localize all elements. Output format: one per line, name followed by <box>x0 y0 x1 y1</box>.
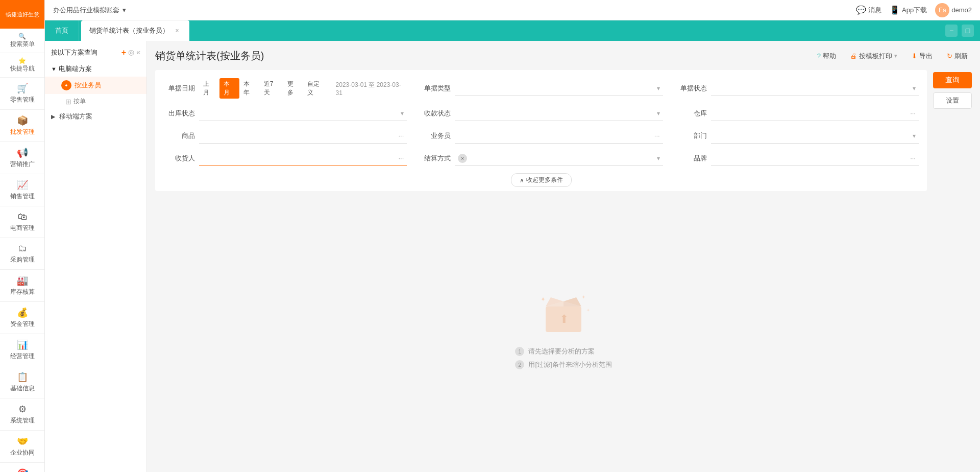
sidebar-marketing-label: 营销推广 <box>10 160 35 169</box>
date-range-text: 2023-03-01 至 2023-03-31 <box>336 81 407 97</box>
page-title-row: 销货单统计表(按业务员) ? 帮助 🖨 按模板打印 ▾ ⬇ 导出 <box>155 49 972 63</box>
pay-method-clear-btn[interactable]: × <box>458 154 467 163</box>
sidebar-item-purchase[interactable]: 🗂 采购管理 <box>0 238 44 270</box>
pay-method-select[interactable]: × ▾ <box>455 151 663 166</box>
pay-status-select[interactable]: ▾ <box>455 106 663 121</box>
app-download-btn[interactable]: 📱 App下载 <box>890 5 927 15</box>
goods-input[interactable]: ··· <box>199 128 407 144</box>
brand-input[interactable]: ··· <box>711 151 919 166</box>
warehouse-more-btn[interactable]: ··· <box>910 109 916 117</box>
goods-more-btn[interactable]: ··· <box>398 132 404 139</box>
refresh-btn[interactable]: ↻ 刷新 <box>943 50 972 63</box>
date-tab-this-month[interactable]: 本月 <box>219 78 240 99</box>
date-tab-this-year[interactable]: 本年 <box>239 78 260 99</box>
content-area: 按以下方案查询 + ◎ « ▼ 电脑端方案 ● 按业务员 <box>45 41 980 472</box>
pay-method-arrow-icon: ▾ <box>657 155 660 162</box>
tab-close-icon[interactable]: × <box>173 27 181 35</box>
sidebar-item-enterprise[interactable]: 🤝 企业协同 <box>0 431 44 463</box>
sidebar-system-label: 系统管理 <box>10 416 35 425</box>
date-tab-more[interactable]: 更多 <box>283 78 304 99</box>
warehouse-input[interactable]: ··· <box>711 106 919 121</box>
collapse-btn[interactable]: ∧ 收起更多条件 <box>511 173 572 187</box>
doc-type-select[interactable]: ▾ <box>455 81 663 96</box>
sidebar-quicknav-section[interactable]: ⭐ 快捷导航 <box>0 53 44 78</box>
help-label: 帮助 <box>823 52 836 61</box>
filter-col-brand: 品牌 ··· <box>675 151 919 166</box>
logo-text: 畅捷通好生意 <box>6 11 39 18</box>
sidebar-search-section[interactable]: 🔍 搜索菜单 <box>0 29 44 53</box>
message-btn[interactable]: 💬 消息 <box>856 5 881 15</box>
mobile-plan-group[interactable]: ▶ 移动端方案 <box>45 109 146 124</box>
maximize-icon: □ <box>966 27 970 35</box>
doc-status-select[interactable]: ▾ <box>711 81 919 96</box>
empty-icon: ⬆ ✦ ✦ ✦ <box>533 286 594 339</box>
salesman-input[interactable]: ··· <box>455 128 663 144</box>
tab-current[interactable]: 销货单统计表（按业务员） × <box>81 20 189 41</box>
add-plan-btn[interactable]: + <box>121 48 126 57</box>
sidebar-item-sales[interactable]: 📈 销售管理 <box>0 174 44 206</box>
pc-plan-group-header[interactable]: ▼ 电脑端方案 <box>45 61 146 77</box>
tab-current-label: 销货单统计表（按业务员） <box>89 26 169 35</box>
doc-type-label: 单据类型 <box>419 84 455 93</box>
sidebar-item-marketing[interactable]: 📢 营销推广 <box>0 142 44 174</box>
filter-col-dept: 部门 ▾ <box>675 128 919 144</box>
plan-item-salesman[interactable]: ● 按业务员 <box>45 77 146 94</box>
help-btn[interactable]: ? 帮助 <box>813 50 840 63</box>
purchase-icon: 🗂 <box>18 243 27 254</box>
minimize-icon: − <box>949 27 953 35</box>
pc-plan-group: ▼ 电脑端方案 ● 按业务员 ⊞ 按单 <box>45 61 146 109</box>
out-status-label: 出库状态 <box>163 109 199 118</box>
tab-home[interactable]: 首页 <box>45 20 79 41</box>
dept-label: 部门 <box>675 131 711 140</box>
sidebar-item-inventory[interactable]: 🏭 库存核算 <box>0 270 44 302</box>
out-status-select[interactable]: ▾ <box>199 106 407 121</box>
sidebar-item-system[interactable]: ⚙ 系统管理 <box>0 398 44 431</box>
sidebar-item-retail[interactable]: 🛒 零售管理 <box>0 78 44 110</box>
setting-btn[interactable]: 设置 <box>933 92 972 109</box>
print-btn[interactable]: 🖨 按模板打印 ▾ <box>846 50 901 63</box>
print-arrow-icon: ▾ <box>894 53 897 59</box>
export-label: 导出 <box>919 52 933 61</box>
breadcrumb-arrow-icon[interactable]: ▾ <box>122 6 126 14</box>
plan-dot-icon: ● <box>61 80 71 90</box>
sidebar-item-wholesale[interactable]: 📦 批发管理 <box>0 110 44 142</box>
sub-item-by-order[interactable]: ⊞ 按单 <box>45 94 146 109</box>
pay-method-label: 结算方式 <box>419 154 455 163</box>
left-panel: 按以下方案查询 + ◎ « ▼ 电脑端方案 ● 按业务员 <box>45 41 147 472</box>
dept-select[interactable]: ▾ <box>711 128 919 144</box>
tab-minimize-btn[interactable]: − <box>945 25 958 37</box>
date-tab-custom[interactable]: 自定义 <box>303 78 329 99</box>
tab-maximize-btn[interactable]: □ <box>962 25 974 37</box>
inventory-icon: 🏭 <box>17 275 28 286</box>
sidebar-item-newbie[interactable]: 🎯 新手引导 <box>0 463 44 472</box>
sidebar-item-ecommerce[interactable]: 🛍 电商管理 <box>0 206 44 238</box>
sidebar-item-finance[interactable]: 💰 资金管理 <box>0 302 44 334</box>
sidebar-search-label: 搜索菜单 <box>10 40 35 49</box>
receiver-input[interactable]: ··· <box>199 151 407 166</box>
date-tab-last-month[interactable]: 上月 <box>199 78 219 99</box>
receiver-more-btn[interactable]: ··· <box>398 154 404 162</box>
filter-col-salesman: 业务员 ··· <box>419 128 663 144</box>
dept-arrow-icon: ▾ <box>913 132 916 139</box>
refresh-icon: ↻ <box>947 52 952 60</box>
sidebar-management-label: 经营管理 <box>10 352 35 361</box>
salesman-more-btn[interactable]: ··· <box>654 132 660 139</box>
tip-num-1: 1 <box>515 347 524 356</box>
sidebar-item-basic-info[interactable]: 📋 基础信息 <box>0 366 44 398</box>
pc-plan-label: 电脑端方案 <box>59 64 92 74</box>
collapse-panel-btn[interactable]: « <box>136 48 140 57</box>
filter-col-receiver: 收货人 ··· <box>163 151 407 166</box>
basic-info-icon: 📋 <box>17 371 28 383</box>
left-panel-actions: + ◎ « <box>121 48 140 57</box>
user-menu[interactable]: Ea demo2 <box>935 3 972 17</box>
edit-plan-btn[interactable]: ◎ <box>128 48 134 57</box>
app-logo[interactable]: 畅捷通好生意 <box>0 0 45 29</box>
date-tab-7days[interactable]: 近7天 <box>260 78 283 99</box>
brand-more-btn[interactable]: ··· <box>910 154 916 162</box>
query-btn[interactable]: 查询 <box>933 72 972 88</box>
empty-box-svg: ⬆ ✦ ✦ ✦ <box>533 286 594 337</box>
tip-num-2: 2 <box>515 360 524 369</box>
export-btn[interactable]: ⬇ 导出 <box>908 50 937 63</box>
sub-item-icon: ⊞ <box>65 98 71 106</box>
sidebar-item-management[interactable]: 📊 经营管理 <box>0 334 44 366</box>
